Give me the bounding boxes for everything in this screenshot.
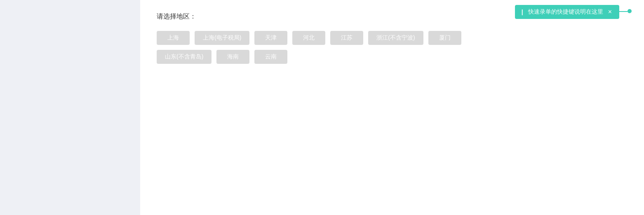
region-btn-xiamen[interactable]: 厦门 bbox=[428, 31, 461, 45]
tooltip-text: 快速录单的快捷键说明在这里 bbox=[528, 8, 603, 16]
tooltip-banner: 快速录单的快捷键说明在这里 × bbox=[515, 5, 619, 19]
region-btn-hainan[interactable]: 海南 bbox=[216, 50, 249, 64]
region-btn-hebei[interactable]: 河北 bbox=[292, 31, 325, 45]
region-btn-shanghai[interactable]: 上海 bbox=[157, 31, 190, 45]
region-btn-shandong[interactable]: 山东(不含青岛) bbox=[157, 50, 212, 64]
region-btn-tianjin[interactable]: 天津 bbox=[254, 31, 287, 45]
region-btn-jiangsu[interactable]: 江苏 bbox=[330, 31, 363, 45]
tooltip-close-button[interactable]: × bbox=[607, 9, 613, 15]
tooltip-connector-line bbox=[619, 11, 628, 12]
region-row-1: 上海 上海(电子税局) 天津 河北 江苏 浙江(不含宁波) 厦门 bbox=[157, 31, 628, 45]
region-btn-shanghai-etax[interactable]: 上海(电子税局) bbox=[195, 31, 249, 45]
left-sidebar bbox=[0, 0, 140, 215]
tooltip-connector-dot bbox=[628, 9, 632, 13]
region-row-2: 山东(不含青岛) 海南 云南 bbox=[157, 50, 628, 64]
region-btn-zhejiang[interactable]: 浙江(不含宁波) bbox=[368, 31, 423, 45]
main-content: 请选择地区： 上海 上海(电子税局) 天津 河北 江苏 浙江(不含宁波) 厦门 … bbox=[140, 0, 644, 215]
region-btn-yunnan[interactable]: 云南 bbox=[254, 50, 287, 64]
